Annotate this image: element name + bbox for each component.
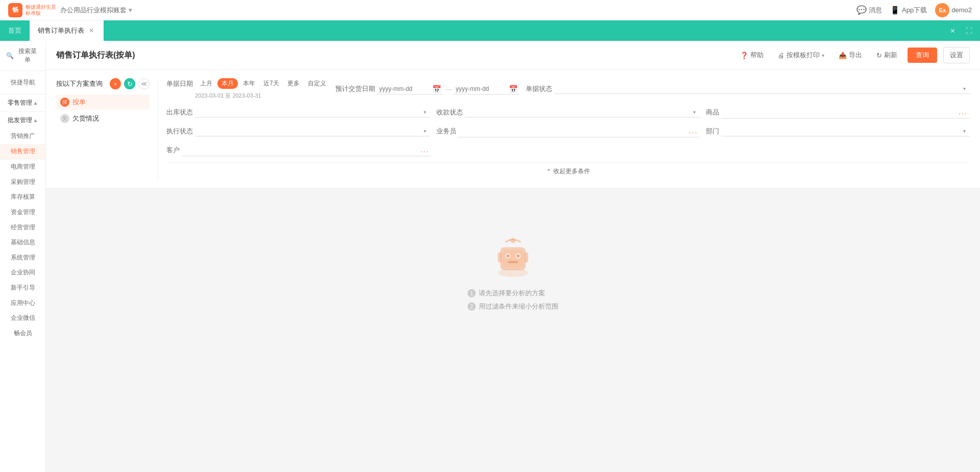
receipt-status-select[interactable]: ▾ — [465, 107, 700, 117]
print-icon: 🖨 — [778, 52, 785, 59]
scheme-add-button[interactable]: ＋ — [110, 78, 121, 89]
sidebar-item-inventory[interactable]: 库存核算 — [0, 190, 45, 205]
help-button[interactable]: ❓ 帮助 — [736, 49, 768, 62]
svg-rect-7 — [508, 261, 518, 263]
tip-num-1: 1 — [468, 289, 476, 297]
customer-field: 客户 ... — [166, 144, 431, 156]
scheme-refresh-button[interactable]: ↻ — [124, 78, 135, 89]
chevron-up-icon: ⌃ — [546, 168, 551, 175]
empty-state-tips: 1 请先选择要分析的方案 2 用过滤条件来缩小分析范围 — [468, 289, 558, 315]
user-profile[interactable]: Ea demo2 — [935, 3, 972, 17]
goods-more-button[interactable]: ... — [959, 108, 968, 116]
filter-scheme-header: 按以下方案查询 ＋ ↻ ≪ — [56, 78, 150, 89]
sidebar-item-purchase[interactable]: 采购管理 — [0, 175, 45, 190]
sidebar-item-enterprise[interactable]: 企业协同 — [0, 265, 45, 280]
message-button[interactable]: 💬 消息 — [856, 5, 882, 15]
sidebar-group-header-retail[interactable]: 零售管理 ▲ — [0, 95, 45, 111]
calendar-end-icon[interactable]: 📅 — [509, 85, 518, 93]
setting-button[interactable]: 设置 — [943, 47, 970, 63]
sidebar-search-section: 🔍 搜索菜单 — [0, 41, 45, 71]
refresh-button[interactable]: ↻ 刷新 — [872, 49, 901, 62]
bill-date-field: 单据日期 上月 本月 本年 近7天 更多 自定义 2023-03-01 至 20… — [166, 78, 329, 100]
expected-delivery-end-input[interactable] — [456, 85, 507, 92]
filter-row-2: 出库状态 ▾ 收款状态 ▾ — [166, 106, 970, 119]
salesperson-more-button[interactable]: ... — [689, 127, 698, 135]
sidebar-item-finance[interactable]: 资金管理 — [0, 205, 45, 220]
breadcrumb-dropdown-icon[interactable]: ▾ — [129, 6, 132, 14]
date-tab-本年[interactable]: 本年 — [240, 78, 258, 89]
tab-minimize-button[interactable]: ✕ — [945, 23, 960, 38]
department-select[interactable]: ▾ — [721, 126, 970, 136]
main-layout: 🔍 搜索菜单 快捷导航 零售管理 ▲ 批发管理 ▲ 营销推广 销售管理 — [0, 41, 980, 472]
filter-panel: 按以下方案查询 ＋ ↻ ≪ 按 按单 欠 欠货情况 — [46, 70, 980, 188]
sidebar-item-quick-nav[interactable]: 快捷导航 — [0, 74, 45, 91]
sidebar-item-operation[interactable]: 经营管理 — [0, 220, 45, 235]
sidebar-item-newguide[interactable]: 新手引导 — [0, 280, 45, 296]
query-button[interactable]: 查询 — [908, 48, 937, 63]
marketing-label: 营销推广 — [11, 132, 35, 140]
expected-delivery-start-input[interactable] — [379, 85, 430, 92]
tip-text-2: 用过滤条件来缩小分析范围 — [479, 302, 558, 311]
bill-status-select[interactable]: ▾ — [554, 84, 970, 94]
help-icon: ❓ — [740, 52, 748, 59]
sidebar-item-appcenter[interactable]: 应用中心 — [0, 296, 45, 311]
scheme-collapse-button[interactable]: ≪ — [138, 78, 150, 89]
svg-point-10 — [510, 238, 516, 243]
export-label: 导出 — [849, 51, 862, 60]
sidebar-item-member[interactable]: 畅会员 — [0, 326, 45, 341]
sidebar-item-sales[interactable]: 销售管理 — [0, 144, 45, 159]
message-label: 消息 — [869, 6, 882, 15]
app-download-icon: 📱 — [890, 6, 900, 15]
bill-date-range-text: 2023-03-01 至 2023-03-31 — [166, 92, 329, 100]
tab-sales-order[interactable]: 销售订单执行表 ✕ — [30, 20, 104, 41]
sidebar-group-header-wholesale[interactable]: 批发管理 ▲ — [0, 112, 45, 129]
date-tab-上月[interactable]: 上月 — [197, 78, 215, 89]
collapse-more-bar[interactable]: ⌃ 收起更多条件 — [166, 162, 970, 180]
calendar-start-icon[interactable]: 📅 — [432, 85, 441, 93]
logo-area: 畅 畅捷通好生意 标准版 — [8, 3, 56, 17]
date-tab-近7天[interactable]: 近7天 — [260, 78, 282, 89]
sidebar-item-system[interactable]: 系统管理 — [0, 250, 45, 266]
date-tab-自定义[interactable]: 自定义 — [305, 78, 329, 89]
filter-scheme-actions: ＋ ↻ ≪ — [110, 78, 150, 89]
receipt-status-label: 收款状态 — [436, 108, 463, 117]
sidebar-item-ecommerce[interactable]: 电商管理 — [0, 159, 45, 175]
delivery-status-label: 出库状态 — [166, 108, 193, 117]
svg-point-5 — [506, 254, 509, 257]
export-button[interactable]: 📤 导出 — [835, 49, 866, 62]
app-download-button[interactable]: 📱 App下载 — [890, 6, 927, 15]
empty-state: 1 请先选择要分析的方案 2 用过滤条件来缩小分析范围 — [46, 188, 980, 356]
salesperson-input-area: ... — [458, 125, 700, 137]
tab-home-label: 首页 — [8, 26, 21, 35]
logo-icon: 畅 — [8, 3, 22, 17]
tip-num-2: 2 — [468, 302, 476, 311]
tab-close-icon[interactable]: ✕ — [87, 27, 95, 35]
bill-date-label: 单据日期 — [166, 79, 193, 88]
basic-label: 基础信息 — [11, 239, 35, 247]
template-print-button[interactable]: 🖨 按模板打印 ▾ — [774, 49, 828, 62]
top-bar: 畅 畅捷通好生意 标准版 办公用品行业模拟账套 ▾ 💬 消息 📱 App下载 E… — [0, 0, 980, 20]
delivery-status-select[interactable]: ▾ — [195, 107, 430, 117]
corpwx-label: 企业微信 — [11, 314, 35, 322]
exec-status-select[interactable]: ▾ — [195, 126, 430, 136]
empty-tip-1: 1 请先选择要分析的方案 — [468, 289, 558, 298]
scheme-item-按单[interactable]: 按 按单 — [56, 95, 150, 110]
customer-label: 客户 — [166, 146, 180, 155]
date-tab-本月[interactable]: 本月 — [217, 78, 238, 89]
purchase-label: 采购管理 — [11, 178, 35, 186]
customer-more-button[interactable]: ... — [421, 146, 430, 154]
svg-rect-9 — [524, 252, 528, 263]
tab-home[interactable]: 首页 — [0, 20, 30, 41]
sidebar-group-retail: 零售管理 ▲ — [0, 95, 45, 112]
delivery-status-arrow: ▾ — [424, 109, 426, 115]
date-tab-更多[interactable]: 更多 — [284, 78, 303, 89]
scheme-item-欠货情况[interactable]: 欠 欠货情况 — [56, 111, 150, 126]
ecommerce-label: 电商管理 — [11, 163, 35, 171]
tab-maximize-button[interactable]: ⛶ — [962, 23, 976, 38]
sidebar-item-corpwx[interactable]: 企业微信 — [0, 311, 45, 326]
goods-label: 商品 — [706, 108, 719, 117]
retail-arrow: ▲ — [33, 100, 38, 106]
sidebar-search-button[interactable]: 🔍 搜索菜单 — [4, 45, 41, 66]
sidebar-item-marketing[interactable]: 营销推广 — [0, 129, 45, 144]
sidebar-item-basic[interactable]: 基础信息 — [0, 235, 45, 250]
